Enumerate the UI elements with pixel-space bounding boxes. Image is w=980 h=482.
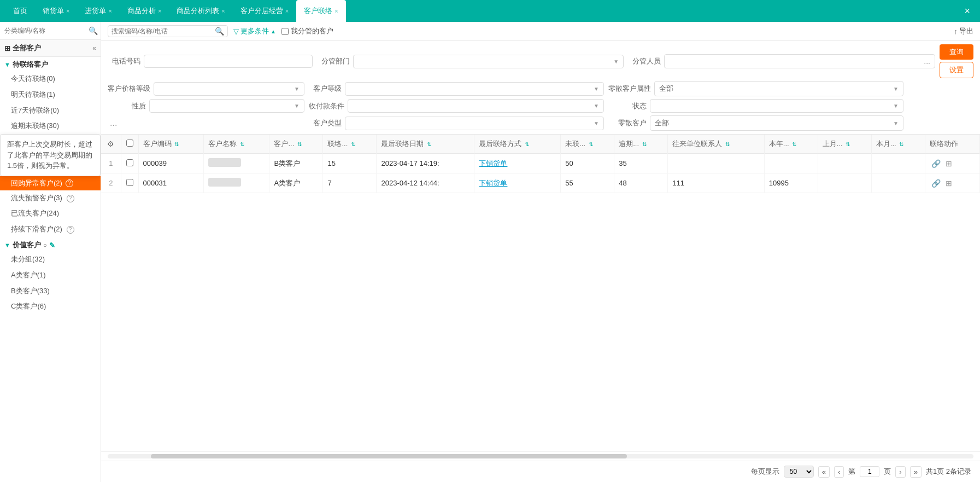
repurchase-abnormal-item[interactable]: 回购异常客户(2) ?: [0, 176, 101, 190]
action-icon-link[interactable]: 🔗: [931, 159, 941, 168]
phone-input[interactable]: [144, 55, 313, 68]
settings-button[interactable]: 设置: [940, 62, 973, 78]
sidebar-item-7days[interactable]: 近7天待联络(0): [0, 103, 101, 119]
col-settings[interactable]: ⚙: [101, 135, 121, 154]
cell-name[interactable]: [204, 154, 269, 173]
page-input[interactable]: [860, 466, 879, 477]
prev-page-btn[interactable]: ‹: [834, 466, 844, 478]
sort-icon: ⇅: [351, 141, 355, 147]
next-page-btn[interactable]: ›: [895, 466, 905, 478]
close-icon[interactable]: ×: [221, 0, 225, 22]
my-customers-checkbox[interactable]: 我分管的客户: [281, 26, 333, 36]
chevron-down-icon: ▼: [893, 103, 899, 109]
price-grade-select[interactable]: ▼: [154, 82, 304, 96]
sidebar-item-ungroups[interactable]: 未分组(32): [0, 252, 101, 268]
sidebar-item-overdue[interactable]: 逾期未联络(30): [0, 118, 101, 134]
sidebar-item-lost[interactable]: 已流失客户(24): [0, 206, 101, 222]
nav-item-sales[interactable]: 销货单 ×: [35, 0, 77, 22]
close-icon[interactable]: ×: [108, 0, 112, 22]
cell-this-year: [764, 154, 818, 173]
sidebar-item-c-class[interactable]: C类客户(6): [0, 299, 101, 315]
sidebar-search-input[interactable]: [4, 27, 86, 34]
action-icon-link[interactable]: 🔗: [931, 179, 941, 188]
collapse-icon[interactable]: «: [92, 44, 96, 52]
cell-unit-contact: 111: [668, 173, 765, 193]
col-overdue[interactable]: 逾期... ⇅: [614, 135, 668, 154]
first-page-btn[interactable]: «: [818, 466, 830, 478]
col-code[interactable]: 客户编码 ⇅: [138, 135, 204, 154]
customer-grade-select[interactable]: ▼: [345, 82, 604, 96]
per-page-select[interactable]: 50 20 100: [784, 466, 814, 478]
select-all-checkbox[interactable]: [126, 140, 133, 147]
customer-type-select[interactable]: ▼: [345, 117, 604, 130]
close-icon[interactable]: ×: [335, 0, 338, 22]
col-last-contact-date[interactable]: 最后联络日期 ⇅: [377, 135, 474, 154]
nav-item-customer-tier[interactable]: 客户分层经营 ×: [233, 0, 296, 22]
col-uncontacted[interactable]: 未联... ⇅: [561, 135, 614, 154]
pending-group-label[interactable]: ▼ 待联络客户: [0, 57, 101, 71]
col-name[interactable]: 客户名称 ⇅: [204, 135, 269, 154]
col-last-contact-method[interactable]: 最后联络方式 ⇅: [474, 135, 561, 154]
status-select[interactable]: ▼: [650, 99, 903, 113]
nav-item-home[interactable]: 首页: [5, 0, 35, 22]
nav-item-purchase[interactable]: 进货单 ×: [77, 0, 119, 22]
value-group-label[interactable]: ▼ 价值客户 ○ ✎: [0, 237, 101, 252]
nav-item-analysis-list[interactable]: 商品分析列表 ×: [169, 0, 232, 22]
col-contact[interactable]: 联络... ⇅: [323, 135, 377, 154]
cell-contact-count: 7: [323, 173, 377, 193]
col-this-month[interactable]: 本月... ⇅: [871, 135, 925, 154]
row-checkbox[interactable]: [126, 179, 133, 186]
status-label: 状态: [608, 101, 647, 111]
ellipsis-icon[interactable]: ...: [924, 57, 930, 66]
cell-last-method[interactable]: 下销货单: [474, 154, 561, 173]
window-close-button[interactable]: ×: [960, 5, 975, 17]
query-button[interactable]: 查询: [940, 44, 973, 60]
cell-last-method[interactable]: 下销货单: [474, 173, 561, 193]
sort-icon: ⇅: [427, 141, 431, 147]
gender-select[interactable]: ▼: [149, 99, 304, 113]
zero-retail-attr-select[interactable]: 全部 ▼: [654, 81, 903, 96]
col-unit-contact[interactable]: 往来单位联系人 ⇅: [668, 135, 765, 154]
search-input[interactable]: [112, 27, 215, 35]
sidebar-item-losswarning[interactable]: 流失预警客户(3) ?: [0, 190, 101, 206]
action-icon-more[interactable]: ⊞: [946, 159, 952, 168]
col-this-year[interactable]: 本年... ⇅: [764, 135, 818, 154]
ellipsis-btn[interactable]: ...: [108, 118, 119, 128]
col-checkbox[interactable]: [121, 135, 138, 154]
row-checkbox[interactable]: [126, 159, 133, 166]
nav-item-analysis[interactable]: 商品分析 ×: [120, 0, 169, 22]
last-page-btn[interactable]: »: [910, 466, 922, 478]
nav-item-customer-contact[interactable]: 客户联络 ×: [296, 0, 345, 22]
export-button[interactable]: ↑ 导出: [954, 26, 974, 36]
my-customers-check[interactable]: [281, 28, 289, 35]
help-icon-warning[interactable]: ?: [67, 195, 74, 202]
dept-select[interactable]: ▼: [353, 55, 624, 68]
sidebar-item-today[interactable]: 今天待联络(0): [0, 71, 101, 87]
sidebar-item-b-class[interactable]: B类客户(33): [0, 283, 101, 299]
cell-checkbox[interactable]: [121, 173, 138, 193]
cell-checkbox[interactable]: [121, 154, 138, 173]
more-conditions-btn[interactable]: ▽ 更多条件 ▲: [233, 26, 276, 36]
action-icon-more[interactable]: ⊞: [946, 179, 952, 188]
edit-icon[interactable]: ✎: [49, 241, 55, 249]
close-icon[interactable]: ×: [285, 0, 289, 22]
help-icon-decline[interactable]: ?: [67, 226, 74, 234]
sidebar-item-declining[interactable]: 持续下滑客户(2) ?: [0, 222, 101, 237]
content-area: 🔍 ▽ 更多条件 ▲ 我分管的客户 ↑ 导出 电话号码: [101, 22, 980, 482]
col-last-month[interactable]: 上月... ⇅: [818, 135, 871, 154]
close-icon[interactable]: ×: [158, 0, 161, 22]
horizontal-scrollbar[interactable]: [101, 451, 980, 461]
sort-icon: ⇅: [725, 141, 730, 147]
gender-label: 性质: [108, 101, 146, 111]
close-icon[interactable]: ×: [66, 0, 69, 22]
cell-name[interactable]: [204, 173, 269, 193]
zero-retail-select[interactable]: 全部 ▼: [650, 115, 903, 131]
all-customers-header[interactable]: ⊞ 全部客户 «: [0, 40, 101, 57]
settings-icon[interactable]: ⚙: [107, 140, 114, 148]
col-type[interactable]: 客户... ⇅: [269, 135, 323, 154]
sidebar-item-a-class[interactable]: A类客户(1): [0, 268, 101, 283]
staff-select[interactable]: ...: [664, 54, 935, 68]
payment-select[interactable]: ▼: [348, 99, 604, 113]
sidebar-item-tomorrow[interactable]: 明天待联络(1): [0, 87, 101, 103]
help-icon[interactable]: ?: [66, 179, 73, 187]
